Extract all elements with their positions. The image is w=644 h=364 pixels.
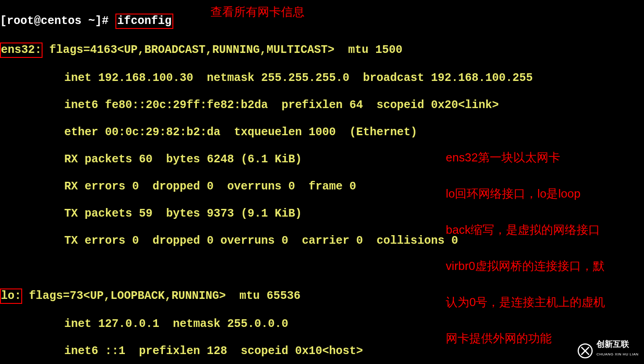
annotation-right-3: back缩写，是虚拟的网络接口 — [446, 221, 640, 239]
watermark-title: 创新互联 — [596, 340, 639, 348]
ens32-inet6: inet6 fe80::20c:29ff:fe82:b2da prefixlen… — [0, 99, 533, 112]
annotation-interfaces-desc: ens32第一块以太网卡 lo回环网络接口，lo是loop back缩写，是虚拟… — [446, 130, 640, 364]
interface-name-lo: lo: — [1, 289, 21, 303]
ens32-flags: flags=4163<UP,BROADCAST,RUNNING,MULTICAS… — [43, 43, 402, 57]
annotation-right-2: lo回环网络接口，lo是loop — [446, 184, 640, 203]
lo-flags: flags=73<UP,LOOPBACK,RUNNING> mtu 65536 — [22, 289, 301, 303]
watermark-logo-icon — [577, 343, 593, 359]
interface-name-lo-box: lo: — [0, 288, 22, 304]
command-text: ifconfig — [117, 14, 172, 28]
interface-name-ens32: ens32: — [1, 43, 42, 57]
watermark-text-group: 创新互联 CHUANG XIN HU LIAN — [596, 340, 639, 361]
annotation-command-desc: 查看所有网卡信息 — [210, 3, 305, 21]
ens32-inet: inet 192.168.100.30 netmask 255.255.255.… — [0, 71, 533, 85]
command-highlight: ifconfig — [115, 14, 173, 29]
annotation-right-1: ens32第一块以太网卡 — [446, 148, 640, 166]
shell-prompt: [root@centos ~]# — [0, 14, 115, 28]
annotation-right-5: 认为0号，是连接主机上的虚机 — [446, 293, 640, 311]
watermark-sub: CHUANG XIN HU LIAN — [596, 348, 639, 361]
watermark: 创新互联 CHUANG XIN HU LIAN — [577, 340, 639, 361]
interface-name-ens32-box: ens32: — [0, 43, 43, 58]
annotation-right-4: virbr0虚拟网桥的连接接口，默 — [446, 257, 640, 275]
